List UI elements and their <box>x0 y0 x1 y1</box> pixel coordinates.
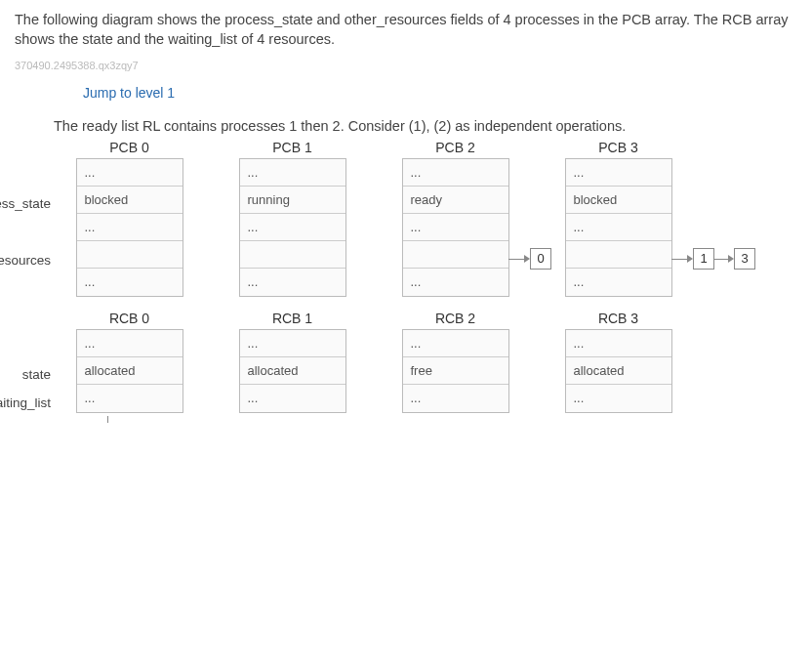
pcb-2-process-state: ready <box>403 187 508 214</box>
pcb-3-other-resources <box>566 241 671 269</box>
rcb-3-title: RCB 3 <box>543 311 694 326</box>
rcb-1-state: allocated <box>240 357 345 385</box>
pcb-3-row0: ... <box>566 159 671 187</box>
rcb-0: RCB 0 ... allocated ... 3 0 <box>54 311 205 413</box>
rcb-2: RCB 2 ... free ... <box>380 311 531 413</box>
pcb-1-row2: ... <box>240 214 345 241</box>
pcb-3-row4: ... <box>566 269 671 296</box>
rcb-label-state: state <box>0 360 59 389</box>
rcb-label-blank0 <box>0 332 59 360</box>
pcb-2-row2: ... <box>403 214 508 241</box>
pcb-3-resource-3: 3 <box>734 248 755 270</box>
rcb-3: RCB 3 ... allocated ... <box>543 311 694 413</box>
rcb-0-title: RCB 0 <box>54 311 205 326</box>
pcb-label-process-state: process_state <box>0 189 59 218</box>
pcb-row-labels: process_state other_resources <box>0 161 59 303</box>
pcb-3: PCB 3 ... blocked ... ... 1 3 <box>543 140 694 297</box>
pcb-0-row4: ... <box>77 269 183 296</box>
rcb-1: RCB 1 ... allocated ... <box>217 311 368 413</box>
rcb-label-waiting-list: waiting_list <box>0 389 59 417</box>
pcb-1-title: PCB 1 <box>217 140 368 155</box>
pcb-1-row4: ... <box>240 269 345 296</box>
rcb-3-waiting-list: ... <box>566 385 671 412</box>
instruction-text: The ready list RL contains processes 1 t… <box>54 118 797 134</box>
rcb-2-waiting-list: ... <box>403 385 508 412</box>
rcb-2-title: RCB 2 <box>380 311 531 326</box>
rcb-0-state: allocated <box>77 357 183 385</box>
pcb-0-process-state: blocked <box>77 187 183 214</box>
diagram-area: process_state other_resources PCB 0 ... … <box>54 140 797 413</box>
pcb-label-blank0 <box>0 161 59 189</box>
pcb-label-other-resources: other_resources <box>0 246 59 274</box>
rcb-3-state: allocated <box>566 357 671 385</box>
pcb-section: process_state other_resources PCB 0 ... … <box>54 140 797 297</box>
rcb-1-waiting-list: ... <box>240 385 345 412</box>
pcb-2-title: PCB 2 <box>380 140 531 155</box>
pcb-3-title: PCB 3 <box>543 140 694 155</box>
pcb-2-other-resources <box>403 241 508 269</box>
pcb-3-process-state: blocked <box>566 187 671 214</box>
pcb-2-row0: ... <box>403 159 508 187</box>
pcb-label-blank1 <box>0 218 59 246</box>
jump-level-link[interactable]: Jump to level 1 <box>83 85 175 101</box>
intro-text: The following diagram shows the process_… <box>15 10 797 50</box>
pcb-1-row0: ... <box>240 159 345 187</box>
pcb-1: PCB 1 ... running ... ... <box>217 140 368 297</box>
pcb-0-row2: ... <box>77 214 183 241</box>
rcb-2-row0: ... <box>403 330 508 357</box>
pcb-2: PCB 2 ... ready ... ... 0 <box>380 140 531 297</box>
pcb-0-other-resources <box>77 241 183 269</box>
rcb-row-labels: state waiting_list <box>0 332 59 417</box>
pcb-0: PCB 0 ... blocked ... ... <box>54 140 205 297</box>
pcb-1-process-state: running <box>240 187 345 214</box>
pcb-label-blank2 <box>0 274 59 303</box>
pcb-3-resource-1: 1 <box>693 248 714 270</box>
meta-id: 370490.2495388.qx3zqy7 <box>15 60 797 71</box>
rcb-2-state: free <box>403 357 508 385</box>
pcb-0-row0: ... <box>77 159 183 187</box>
rcb-1-row0: ... <box>240 330 345 357</box>
pcb-0-title: PCB 0 <box>54 140 205 155</box>
pcb-1-other-resources <box>240 241 345 269</box>
rcb-section: state waiting_list RCB 0 ... allocated .… <box>54 311 797 413</box>
pcb-3-row2: ... <box>566 214 671 241</box>
rcb-1-title: RCB 1 <box>217 311 368 326</box>
rcb-0-waiting-list: ... <box>77 385 183 412</box>
pcb-2-row4: ... <box>403 269 508 296</box>
rcb-3-row0: ... <box>566 330 671 357</box>
rcb-0-row0: ... <box>77 330 183 357</box>
